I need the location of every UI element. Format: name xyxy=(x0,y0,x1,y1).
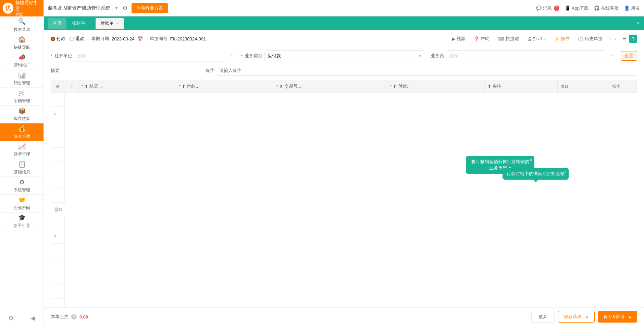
date-calendar-icon[interactable]: 📅 xyxy=(137,36,143,41)
row-project-cell[interactable] xyxy=(51,189,65,203)
row-remark-cell[interactable] xyxy=(51,175,65,189)
tab-home[interactable]: 首页 xyxy=(48,18,66,29)
remark-input[interactable] xyxy=(216,65,637,76)
col-account: * ⬆ 结算... xyxy=(78,80,176,93)
row-copy-icon[interactable]: ⧉ xyxy=(59,206,62,212)
logo-area: 优 畅捷通好生意 标版 xyxy=(0,0,44,16)
sidebar-item-3[interactable]: 📊销售管理 xyxy=(0,70,44,88)
col-actions: 操作 xyxy=(609,80,637,93)
operation-icon: ⚡ xyxy=(554,36,559,41)
row-transaction-cell[interactable] xyxy=(51,148,65,161)
dropdown-arrow-icon[interactable]: ▼ xyxy=(114,6,119,11)
row-delete-icon[interactable]: 🗑 xyxy=(54,207,59,212)
nav-next-icon[interactable]: › xyxy=(613,36,617,42)
form-settings-button[interactable]: 设置 xyxy=(621,51,637,61)
sidebar-label-9: 系统管理 xyxy=(14,187,30,193)
radio-refund[interactable]: 退款 xyxy=(70,36,84,42)
summary-field-group: 摘要 xyxy=(51,68,195,74)
user-icon: 👤 xyxy=(624,5,630,11)
online-service-group[interactable]: 🎧 在线客服 xyxy=(594,5,619,11)
row-paytype-cell[interactable] xyxy=(51,134,65,148)
sidebar-item-11[interactable]: 🎓新手引导 xyxy=(0,213,44,230)
tabbar-close-icon[interactable]: × xyxy=(637,20,640,26)
radio-payment[interactable]: 付款 xyxy=(51,36,65,42)
counterpart-input[interactable]: 选择... xyxy=(74,50,226,61)
save-draft-arrow-icon[interactable]: ∧ xyxy=(583,314,589,319)
sidebar-icon-5: 📦 xyxy=(18,107,26,114)
history-icon: 🕐 xyxy=(578,36,583,41)
tooltip1-close-icon[interactable]: × xyxy=(530,157,532,162)
layout-grid-icon[interactable]: ⊞ xyxy=(629,35,637,43)
counterpart-more-icon[interactable]: ··· xyxy=(228,53,235,59)
topbar-settings-icon[interactable]: ⚙ xyxy=(123,5,127,11)
sidebar-bottom: ⚙ ◀ xyxy=(0,310,44,326)
trial-button[interactable]: 体验行业方案 xyxy=(132,3,168,13)
keyboard-icon: ⌨ xyxy=(498,36,504,41)
topbar: 装备及固定资产辅助管理系统 ▼ ⚙ 体验行业方案 💬 消息 6 📱 App下载 … xyxy=(44,0,644,16)
sidebar-settings-icon[interactable]: ⚙ xyxy=(5,313,16,323)
layout-list-icon[interactable]: ☰ xyxy=(620,35,628,43)
abandon-button[interactable]: 放弃 xyxy=(531,311,555,323)
print-dropdown-icon[interactable]: ∨ xyxy=(543,37,546,41)
message-badge: 6 xyxy=(554,5,559,11)
row-remark-cell[interactable] xyxy=(51,299,65,307)
sidebar-icon-1: 🏠 xyxy=(18,36,26,43)
col-transaction: * ⬆ 交易号... xyxy=(273,80,387,93)
shortcut-btn[interactable]: ⌨ 快捷键 xyxy=(495,34,522,43)
sidebar-label-7: 经营管理 xyxy=(14,152,30,157)
col-settings[interactable]: ⚙ xyxy=(51,80,65,93)
receipt-tab-close-icon[interactable]: × xyxy=(88,21,90,25)
date-field: 单据日期 2023-03-24 📅 xyxy=(91,36,143,42)
bottom-help-icon[interactable]: ? xyxy=(71,314,77,319)
tabbar: 首页 收款单 × 付款单 × × xyxy=(44,16,644,30)
sidebar-item-10[interactable]: 🤝企业协同 xyxy=(0,195,44,213)
sidebar-item-7[interactable]: 📈经营管理 xyxy=(0,141,44,159)
sidebar-item-9[interactable]: ⚙系统管理 xyxy=(0,177,44,195)
sidebar-icon-11: 🎓 xyxy=(18,214,26,221)
message-group[interactable]: 💬 消息 6 xyxy=(536,5,559,11)
payment-tab-close-icon[interactable]: × xyxy=(116,21,119,25)
help-btn[interactable]: ❓ 帮助 xyxy=(471,34,492,43)
toolbar-right: ▶ 视频 ❓ 帮助 ⌨ 快捷键 🖨 打印 ∨ xyxy=(449,34,637,43)
history-btn[interactable]: 🕐 历史单据 xyxy=(575,34,605,43)
sidebar-item-5[interactable]: 📦库存核算 xyxy=(0,106,44,123)
sidebar-item-0[interactable]: 🔍搜索菜单 xyxy=(0,16,44,34)
sidebar-item-8[interactable]: 📋基础信息 xyxy=(0,159,44,177)
row-account-cell[interactable] xyxy=(51,244,65,257)
row-idx-cell: 2 xyxy=(51,230,65,244)
row-account-cell[interactable] xyxy=(51,120,65,134)
print-btn[interactable]: 🖨 打印 ∨ xyxy=(524,34,548,43)
sidebar-icon-4: 🛒 xyxy=(18,89,26,97)
sidebar-icon-7: 📈 xyxy=(18,143,26,150)
staff-more-icon[interactable]: ··· xyxy=(608,53,615,59)
user-group[interactable]: 👤 用友 xyxy=(624,5,640,11)
staff-input[interactable]: 选择... xyxy=(446,50,606,61)
row-paytype-cell[interactable] xyxy=(51,257,65,271)
biz-type-select[interactable]: 应付款 ▼ xyxy=(264,50,425,61)
video-btn[interactable]: ▶ 视频 xyxy=(449,34,468,43)
sidebar-icon-10: 🤝 xyxy=(18,196,26,204)
main-table: ⚙ # * ⬆ 结算... * ⬆ 付款... * ⬆ 交易号... xyxy=(51,80,637,307)
row-amount-cell[interactable] xyxy=(51,285,65,299)
row-transaction-cell[interactable] xyxy=(51,271,65,285)
sidebar-item-4[interactable]: 🛒采购管理 xyxy=(0,88,44,106)
nav-prev-icon[interactable]: ‹ xyxy=(608,36,612,42)
app-download-group[interactable]: 📱 App下载 xyxy=(565,5,589,11)
save-new-button[interactable]: 保存&新增 ∧ xyxy=(598,311,637,323)
save-draft-button[interactable]: 保存草稿 ∧ xyxy=(558,311,595,323)
sidebar-label-11: 新手引导 xyxy=(14,223,30,229)
tab-receipt[interactable]: 收款单 × xyxy=(67,18,95,29)
staff-field-group: 业务员 选择... ··· xyxy=(431,50,615,61)
sidebar-item-1[interactable]: 🏠快捷导航 xyxy=(0,34,44,52)
payment-type-radio-group: 付款 退款 xyxy=(51,36,84,42)
sidebar-collapse-icon[interactable]: ◀ xyxy=(28,313,38,323)
save-new-arrow-icon[interactable]: ∧ xyxy=(626,314,632,319)
sidebar-item-2[interactable]: 📣营销推广 xyxy=(0,52,44,70)
row-amount-cell[interactable] xyxy=(51,161,65,175)
tab-payment[interactable]: 付款单 × xyxy=(96,18,123,29)
sidebar-item-6[interactable]: 💰资金管理 xyxy=(0,123,44,141)
tooltip2-close-icon[interactable]: × xyxy=(564,169,567,174)
system-title: 装备及固定资产辅助管理系统 xyxy=(48,5,110,11)
form-header-row1: 付款 退款 单据日期 2023-03-24 📅 单据编号 FK-20230324… xyxy=(51,30,637,46)
operation-btn[interactable]: ⚡ 操作 xyxy=(551,34,572,43)
